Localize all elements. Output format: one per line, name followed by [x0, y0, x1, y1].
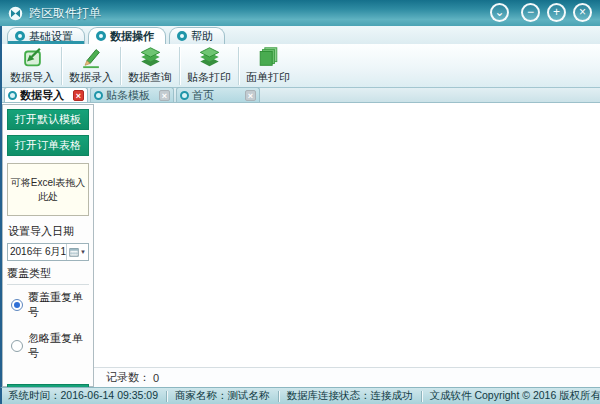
status-merchant-name: 商家名称：测试名称 [175, 389, 270, 403]
overwrite-type-label: 覆盖类型 [7, 266, 89, 285]
statusbar: 系统时间：2016-06-14 09:35:09 商家名称：测试名称 数据库连接… [0, 387, 600, 404]
tab-dot-icon [180, 91, 189, 100]
toolbar-separator [120, 47, 121, 85]
import-panel: 打开默认模板 打开订单表格 可将Excel表拖入此处 设置导入日期 2016年 … [2, 104, 94, 387]
window-frame: 基础设置 数据操作 帮助 数据导入 [0, 26, 600, 387]
record-count-bar: 记录数： 0 [94, 367, 600, 387]
tab-basic-settings[interactable]: 基础设置 [7, 27, 85, 44]
content-area: 打开默认模板 打开订单表格 可将Excel表拖入此处 设置导入日期 2016年 … [2, 103, 600, 387]
toolbar-label: 贴条打印 [187, 70, 231, 85]
toolbar-button-waybill-print[interactable]: 面单打印 [240, 45, 296, 87]
main-area: 记录数： 0 [94, 103, 600, 387]
date-dropdown-button[interactable]: ▼ [66, 244, 88, 260]
doc-tab-home[interactable]: 首页 × [176, 87, 260, 102]
status-system-time: 系统时间：2016-06-14 09:35:09 [8, 389, 158, 403]
app-window: 跨区取件打单 ⌄ − + × 基础设置 数据操作 帮助 [0, 0, 600, 404]
toolbar-button-label-print[interactable]: 贴条打印 [181, 45, 237, 87]
tab-dot-icon [94, 91, 103, 100]
import-date-picker[interactable]: 2016年 6月14日 ▼ [7, 243, 89, 261]
statusbar-separator [278, 391, 279, 402]
radio-ignore-duplicates[interactable]: 忽略重复单号 [11, 331, 89, 361]
toolbar-separator [179, 47, 180, 85]
collapse-ribbon-button[interactable]: ⌄ [490, 3, 509, 22]
record-count-value: 0 [153, 372, 159, 384]
window-title: 跨区取件打单 [29, 5, 101, 22]
maximize-icon: + [553, 5, 560, 19]
doc-tab-label-template[interactable]: 贴条模板 × [90, 87, 174, 102]
document-tab-bar: 数据导入 × 贴条模板 × 首页 × [2, 88, 600, 103]
chevron-down-icon: ⌄ [494, 5, 504, 19]
import-date-label: 设置导入日期 [8, 224, 89, 239]
tab-label: 数据操作 [110, 29, 154, 44]
window-controls: ⌄ − + × [490, 3, 592, 22]
tab-dot-icon [15, 31, 25, 41]
radio-unselected-icon[interactable] [11, 340, 23, 352]
radio-overwrite-duplicates[interactable]: 覆盖重复单号 [11, 290, 89, 320]
doc-tab-data-import[interactable]: 数据导入 × [4, 87, 88, 102]
radio-selected-icon[interactable] [11, 299, 23, 311]
layers-icon [197, 45, 222, 69]
close-icon[interactable]: × [73, 90, 84, 101]
import-icon [20, 45, 45, 69]
toolbar-label: 数据录入 [69, 70, 113, 85]
close-icon: × [579, 5, 586, 19]
tab-label: 基础设置 [29, 29, 73, 44]
calendar-icon [69, 247, 79, 257]
doc-tab-label: 贴条模板 [106, 88, 150, 103]
overwrite-type-group: 覆盖类型 覆盖重复单号 忽略重复单号 [7, 266, 89, 372]
toolbar-separator [61, 47, 62, 85]
toolbar-label: 数据查询 [128, 70, 172, 85]
statusbar-separator [166, 391, 167, 402]
doc-tab-label: 数据导入 [20, 88, 64, 103]
toolbar: 数据导入 数据录入 数据查询 [2, 44, 600, 88]
maximize-button[interactable]: + [547, 3, 566, 22]
toolbar-button-data-query[interactable]: 数据查询 [122, 45, 178, 87]
app-logo-icon [8, 6, 23, 21]
minimize-icon: − [527, 5, 534, 19]
tab-dot-icon [177, 31, 187, 41]
tab-label: 帮助 [191, 29, 213, 44]
statusbar-separator [421, 391, 422, 402]
pencil-icon [79, 45, 104, 69]
toolbar-label: 数据导入 [10, 70, 54, 85]
tab-data-operations[interactable]: 数据操作 [88, 27, 166, 44]
close-icon[interactable]: × [159, 90, 170, 101]
open-order-sheet-button[interactable]: 打开订单表格 [7, 135, 89, 156]
pages-icon [256, 45, 281, 69]
open-default-template-button[interactable]: 打开默认模板 [7, 109, 89, 130]
radio-label: 覆盖重复单号 [28, 290, 89, 320]
titlebar: 跨区取件打单 ⌄ − + × [0, 0, 600, 26]
tab-help[interactable]: 帮助 [169, 27, 225, 44]
ribbon-tab-bar: 基础设置 数据操作 帮助 [2, 26, 600, 44]
tab-dot-icon [8, 91, 17, 100]
date-value: 2016年 6月14日 [10, 245, 66, 259]
radio-label: 忽略重复单号 [28, 331, 89, 361]
close-icon[interactable]: × [245, 90, 256, 101]
doc-tab-label: 首页 [192, 88, 214, 103]
minimize-button[interactable]: − [521, 3, 540, 22]
record-count-label: 记录数： [106, 370, 150, 385]
toolbar-label: 面单打印 [246, 70, 290, 85]
close-button[interactable]: × [573, 3, 592, 22]
chevron-down-icon: ▼ [80, 249, 86, 255]
tab-dot-icon [96, 31, 106, 41]
layers-icon [138, 45, 163, 69]
toolbar-button-data-entry[interactable]: 数据录入 [63, 45, 119, 87]
status-copyright: 文成软件 Copyright © 2016 版权所有 [430, 389, 600, 403]
toolbar-button-data-import[interactable]: 数据导入 [4, 45, 60, 87]
excel-drop-zone[interactable]: 可将Excel表拖入此处 [7, 163, 89, 216]
toolbar-separator [238, 47, 239, 85]
status-db-connection: 数据库连接状态：连接成功 [287, 389, 413, 403]
